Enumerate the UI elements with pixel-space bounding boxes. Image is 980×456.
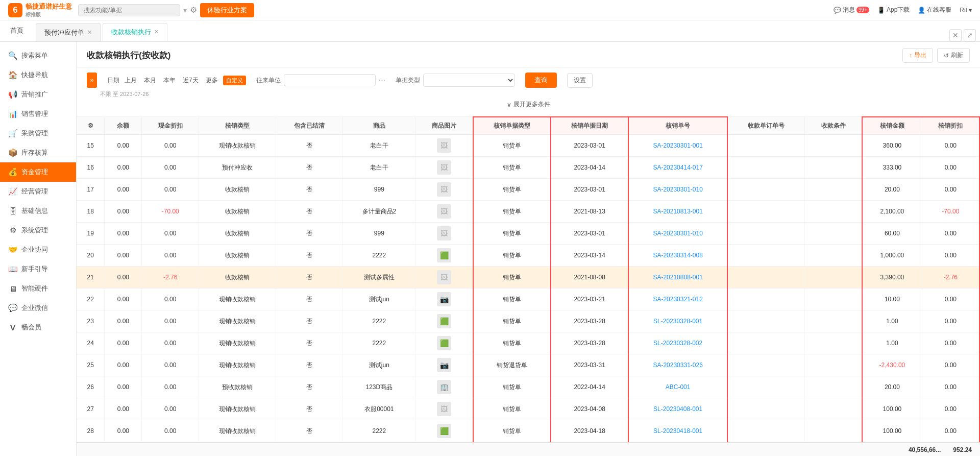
tab-writeoff[interactable]: 收款核销执行 ✕ (103, 23, 167, 41)
td-receipt-bill-type: 销货单 (473, 420, 551, 442)
receipt-bill-no-link[interactable]: SA-20230331-026 (653, 362, 702, 369)
sidebar-item-inventory[interactable]: 📦 库存核算 (0, 143, 76, 162)
tab-prepay[interactable]: 预付冲应付单 ✕ (36, 23, 101, 41)
sidebar-item-hardware[interactable]: 🖥 智能硬件 (0, 279, 76, 298)
from-unit-input[interactable] (284, 74, 376, 86)
td-receipt-bill-no[interactable]: SA-20210813-001 (628, 201, 727, 223)
td-payment-order-no (727, 354, 805, 376)
receipt-bill-no-link[interactable]: SL-20230408-001 (653, 405, 702, 413)
top-search-input[interactable] (78, 4, 180, 16)
receipt-bill-no-link[interactable]: SL-20230418-001 (653, 427, 702, 435)
td-receipt-bill-no[interactable]: SA-20230301-010 (628, 223, 727, 245)
td-receipt-bill-no[interactable]: SL-20230328-002 (628, 332, 727, 354)
sidebar-item-guide[interactable]: 📖 新手引导 (0, 259, 76, 279)
date-custom-btn[interactable]: 自定义 (223, 76, 246, 85)
receipt-bill-no-link[interactable]: SA-20230301-001 (653, 142, 702, 149)
user-area[interactable]: Rit ▾ (960, 7, 972, 14)
sidebar-item-member[interactable]: V 畅会员 (0, 318, 76, 337)
settings-gear-icon[interactable]: ⚙ (190, 5, 197, 15)
notification-area[interactable]: 💬 消息 99+ (834, 6, 869, 14)
sidebar-item-operation[interactable]: 📈 经营管理 (0, 182, 76, 201)
date-btn-last-month[interactable]: 上月 (122, 75, 139, 86)
td-receipt-bill-no[interactable]: SA-20230331-026 (628, 354, 727, 376)
td-receipt-bill-no[interactable]: SA-20230301-010 (628, 179, 727, 201)
td-balance: 0.00 (105, 179, 142, 201)
receipt-bill-no-link[interactable]: SA-20230314-008 (653, 252, 702, 259)
th-settings[interactable]: ⚙ (77, 117, 105, 135)
receipt-type-select[interactable] (423, 74, 515, 87)
receipt-bill-no-link[interactable]: SA-20230301-010 (653, 230, 702, 237)
date-range-text: 不限 至 2023-07-26 (100, 91, 149, 97)
sidebar-item-marketing[interactable]: 📢 营销推广 (0, 85, 76, 104)
td-receipt-bill-no[interactable]: SL-20230408-001 (628, 398, 727, 420)
receipt-bill-no-link[interactable]: SA-20230301-010 (653, 186, 702, 193)
footer-total-amount: 40,556,66... (909, 446, 941, 453)
td-payment-order-no (727, 376, 805, 398)
query-button[interactable]: 查询 (525, 73, 557, 88)
tab-close-btn[interactable]: ✕ (949, 29, 962, 41)
sidebar-item-purchase[interactable]: 🛒 采购管理 (0, 124, 76, 143)
receipt-bill-no-link[interactable]: SL-20230328-001 (653, 318, 702, 325)
sidebar-item-search[interactable]: 🔍 搜索菜单 (0, 46, 76, 65)
td-receipt-bill-no[interactable]: SA-20230321-012 (628, 289, 727, 310)
tab-prepay-close-icon[interactable]: ✕ (87, 29, 92, 36)
app-download-area[interactable]: 📱 App下载 (877, 6, 910, 14)
td-goods-image: 🖼 (415, 201, 473, 223)
td-payment-condition (805, 201, 863, 223)
dropdown-arrow[interactable]: ▾ (183, 6, 187, 14)
date-btn-7days[interactable]: 近7天 (181, 75, 201, 86)
receipt-bill-no-link[interactable]: ABC-001 (666, 383, 691, 391)
td-writeoff-discount: 0.00 (922, 398, 979, 420)
filter-from-unit: 往来单位 ··· (256, 74, 385, 86)
refresh-button[interactable]: ↺ 刷新 (937, 48, 970, 63)
sidebar-item-finance[interactable]: 💰 资金管理 (0, 162, 76, 182)
td-payment-order-no (727, 289, 805, 310)
export-button[interactable]: ↑ 导出 (902, 48, 933, 63)
sidebar: 🔍 搜索菜单 🏠 快捷导航 📢 营销推广 📊 销售管理 🛒 采购管理 📦 库存核… (0, 42, 77, 456)
td-receipt-bill-no[interactable]: ABC-001 (628, 376, 727, 398)
sidebar-item-system[interactable]: ⚙ 系统管理 (0, 221, 76, 240)
td-receipt-bill-no[interactable]: SA-20230314-008 (628, 245, 727, 267)
sidebar-item-sales[interactable]: 📊 销售管理 (0, 104, 76, 124)
purchase-icon: 🛒 (8, 129, 17, 138)
online-service-area[interactable]: 👤 在线客服 (918, 6, 951, 14)
industry-solution-button[interactable]: 休验行业方案 (200, 3, 254, 17)
receipt-bill-no-link[interactable]: SA-20230321-012 (653, 296, 702, 303)
table-footer: 40,556,66... 952.24 (77, 442, 980, 456)
receipt-bill-no-link[interactable]: SL-20230328-002 (653, 340, 702, 347)
table-row: 20 0.00 0.00 收款核销 否 2222 🟩 销货单 2023-03-1… (77, 245, 979, 267)
td-goods-image: 🟩 (415, 420, 473, 442)
setting-button[interactable]: 设置 (567, 73, 593, 88)
td-receipt-bill-no[interactable]: SA-20210808-001 (628, 267, 727, 289)
sidebar-item-basic[interactable]: 🗄 基础信息 (0, 201, 76, 221)
expand-more-btn[interactable]: ∨ 展开更多条件 (87, 98, 970, 111)
td-writeoff-amount: 100.00 (862, 420, 922, 442)
td-payment-condition (805, 420, 863, 442)
td-receipt-bill-no[interactable]: SL-20230328-001 (628, 310, 727, 332)
td-cash-discount: -70.00 (142, 201, 199, 223)
receipt-bill-no-link[interactable]: SA-20230414-017 (653, 164, 702, 171)
date-btn-more[interactable]: 更多 (204, 75, 220, 86)
tab-writeoff-close-icon[interactable]: ✕ (154, 29, 159, 35)
td-writeoff-type: 现销收款核销 (199, 332, 276, 354)
receipt-bill-no-link[interactable]: SA-20210808-001 (653, 274, 702, 281)
sidebar-label-inventory: 库存核算 (21, 148, 48, 157)
date-btn-this-year[interactable]: 本年 (161, 75, 178, 86)
td-receipt-bill-no[interactable]: SA-20230414-017 (628, 157, 727, 179)
td-goods-image: 🟩 (415, 332, 473, 354)
td-goods: 多计量商品2 (343, 201, 415, 223)
expand-arrow[interactable]: » (87, 73, 97, 88)
td-receipt-bill-no[interactable]: SA-20230301-001 (628, 135, 727, 157)
td-id: 24 (77, 332, 105, 354)
sidebar-item-wechat[interactable]: 💬 企业微信 (0, 298, 76, 318)
tab-home[interactable]: 首页 (0, 21, 34, 41)
sidebar-item-quicknav[interactable]: 🏠 快捷导航 (0, 65, 76, 85)
sidebar-item-enterprise[interactable]: 🤝 企业协同 (0, 240, 76, 259)
date-btn-this-month[interactable]: 本月 (142, 75, 158, 86)
tab-expand-btn[interactable]: ⤢ (964, 29, 976, 41)
receipt-bill-no-link[interactable]: SA-20210813-001 (653, 208, 702, 215)
marketing-icon: 📢 (8, 90, 17, 99)
from-unit-dots[interactable]: ··· (379, 76, 385, 85)
td-writeoff-amount: 2,100.00 (862, 201, 922, 223)
td-receipt-bill-no[interactable]: SL-20230418-001 (628, 420, 727, 442)
